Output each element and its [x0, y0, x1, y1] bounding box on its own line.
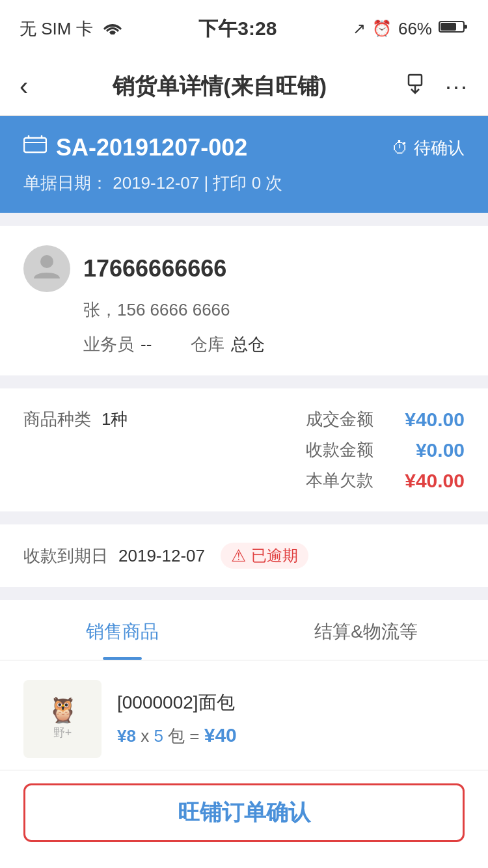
page-title: 销货单详情(来自旺铺) — [113, 72, 327, 102]
summary-right: 成交金额 ¥40.00 收款金额 ¥0.00 本单欠款 ¥40.00 — [306, 408, 465, 492]
order-header-top: SA-20191207-002 ⏱ 待确认 — [23, 134, 465, 161]
nav-actions: ··· — [405, 73, 468, 100]
alarm-icon: ⏰ — [372, 20, 392, 38]
status-time: 下午3:28 — [198, 16, 277, 42]
owl-text: 野+ — [53, 725, 72, 740]
product-title: 面包 — [198, 692, 235, 712]
status-right: ↗ ⏰ 66% — [353, 19, 468, 39]
summary-section: 商品种类 1种 成交金额 ¥40.00 收款金额 ¥0.00 本单欠款 ¥40.… — [0, 388, 488, 511]
date-label: 单据日期： — [23, 173, 108, 193]
tab-settlement-label: 结算&物流等 — [314, 621, 418, 642]
tab-products[interactable]: 销售商品 — [0, 600, 244, 660]
back-button[interactable]: ‹ — [20, 65, 34, 107]
battery-icon — [439, 19, 468, 39]
payment-label: 收款金额 — [306, 439, 373, 461]
multiply-sign: x — [141, 726, 154, 746]
overdue-badge: ⚠ 已逾期 — [221, 543, 308, 569]
transaction-label: 成交金额 — [306, 408, 373, 431]
product-kind-item: 商品种类 1种 — [23, 408, 128, 431]
product-item: 🦉 野+ [0000002]面包 ¥8 x 5 包 = ¥40 — [0, 660, 488, 778]
status-left: 无 SIM 卡 — [20, 18, 123, 40]
owed-amount-item: 本单欠款 ¥40.00 — [306, 469, 465, 492]
product-qty: 5 — [154, 726, 163, 746]
transaction-amount-item: 成交金额 ¥40.00 — [306, 408, 465, 431]
share-button[interactable] — [405, 74, 426, 99]
svg-rect-3 — [409, 75, 422, 85]
status-bar: 无 SIM 卡 下午3:28 ↗ ⏰ 66% — [0, 0, 488, 57]
svg-rect-2 — [441, 23, 456, 31]
product-info: [0000002]面包 ¥8 x 5 包 = ¥40 — [117, 690, 465, 748]
tab-settlement[interactable]: 结算&物流等 — [244, 600, 488, 660]
product-total: ¥40 — [204, 724, 237, 746]
salesperson-label: 业务员 — [83, 333, 134, 356]
location-icon: ↗ — [353, 20, 366, 38]
customer-name: 张，156 6666 6666 — [23, 299, 465, 321]
svg-rect-5 — [24, 138, 46, 152]
warehouse-item: 仓库 总仓 — [191, 333, 265, 356]
salesperson-value: -- — [141, 334, 152, 355]
order-status-badge: ⏱ 待确认 — [392, 137, 465, 159]
product-thumbnail: 🦉 野+ — [23, 680, 102, 758]
svg-point-7 — [40, 255, 53, 268]
confirm-order-button[interactable]: 旺铺订单确认 — [23, 783, 465, 842]
due-date-value: 2019-12-07 — [118, 546, 205, 566]
customer-meta: 业务员 -- 仓库 总仓 — [23, 333, 465, 356]
product-unit-price: ¥8 — [117, 726, 136, 746]
product-code: [0000002] — [117, 692, 198, 712]
bottom-bar: 旺铺订单确认 — [0, 770, 488, 868]
customer-top: 17666666666 — [23, 245, 465, 292]
order-id-text: SA-20191207-002 — [56, 134, 247, 161]
payment-amount-item: 收款金额 ¥0.00 — [306, 439, 465, 461]
product-thumb-inner: 🦉 野+ — [47, 698, 78, 740]
payment-amount: ¥0.00 — [386, 439, 465, 461]
customer-avatar — [23, 245, 70, 292]
carrier-label: 无 SIM 卡 — [20, 18, 93, 40]
order-id: SA-20191207-002 — [23, 134, 247, 161]
order-date: 2019-12-07 — [113, 173, 199, 193]
avatar-icon — [31, 250, 62, 288]
warehouse-value: 总仓 — [231, 333, 265, 356]
order-icon — [23, 135, 47, 160]
due-date-label: 收款到期日 — [23, 545, 108, 567]
nav-bar: ‹ 销货单详情(来自旺铺) ··· — [0, 57, 488, 116]
order-date-row: 单据日期： 2019-12-07 | 打印 0 次 — [23, 172, 465, 195]
tabs-row: 销售商品 结算&物流等 — [0, 600, 488, 660]
overdue-text: 已逾期 — [251, 545, 298, 566]
customer-phone: 17666666666 — [83, 255, 226, 282]
product-name: [0000002]面包 — [117, 690, 465, 715]
svg-rect-1 — [464, 25, 467, 29]
more-button[interactable]: ··· — [445, 73, 468, 100]
equals-sign: = — [189, 726, 204, 746]
warehouse-label: 仓库 — [191, 333, 224, 356]
order-status-text: 待确认 — [414, 137, 465, 159]
product-kind-label: 商品种类 — [23, 408, 91, 431]
tab-products-label: 销售商品 — [86, 621, 159, 642]
product-list: 🦉 野+ [0000002]面包 ¥8 x 5 包 = ¥40 — [0, 660, 488, 778]
salesperson-item: 业务员 -- — [83, 333, 152, 356]
print-info: | 打印 0 次 — [204, 173, 282, 193]
transaction-amount: ¥40.00 — [386, 409, 465, 431]
owed-label: 本单欠款 — [306, 469, 373, 492]
due-date-section: 收款到期日 2019-12-07 ⚠ 已逾期 — [0, 524, 488, 587]
summary-left: 商品种类 1种 — [23, 408, 128, 431]
overdue-icon: ⚠ — [231, 546, 246, 566]
battery-label: 66% — [398, 19, 432, 39]
product-kind-value: 1种 — [102, 408, 128, 431]
tabs-section: 销售商品 结算&物流等 🦉 野+ [0000002]面包 ¥8 x 5 — [0, 600, 488, 778]
product-unit: 包 — [168, 726, 185, 746]
status-clock-icon: ⏱ — [392, 138, 409, 158]
order-header-card: SA-20191207-002 ⏱ 待确认 单据日期： 2019-12-07 |… — [0, 116, 488, 213]
owl-logo-icon: 🦉 — [47, 698, 78, 722]
owed-amount: ¥40.00 — [386, 470, 465, 492]
customer-section: 17666666666 张，156 6666 6666 业务员 -- 仓库 总仓 — [0, 226, 488, 375]
product-price-row: ¥8 x 5 包 = ¥40 — [117, 724, 465, 748]
wifi-icon — [102, 19, 123, 39]
